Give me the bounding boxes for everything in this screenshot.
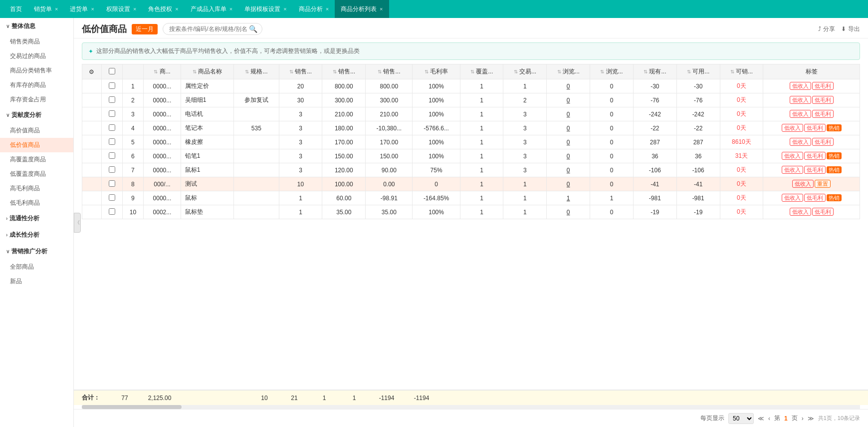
sidebar-group-growth[interactable]: › 成长性分析 — [0, 227, 73, 243]
sidebar-group-overall[interactable]: ∨ 整体信息 — [0, 18, 73, 34]
nav-analysis-list[interactable]: 商品分析列表 × — [335, 0, 389, 18]
sidebar-item-with-stock[interactable]: 有库存的商品 — [0, 78, 73, 92]
sales-qty-col-header[interactable]: ⇅ 销售... — [279, 64, 322, 79]
browse1-cell[interactable]: 0 — [547, 79, 590, 93]
sidebar-item-high-coverage[interactable]: 高覆盖度商品 — [0, 152, 73, 167]
browse1-cell[interactable]: 0 — [547, 93, 590, 107]
current-stock-col-header[interactable]: ⇅ 现有... — [633, 64, 676, 79]
row-checkbox[interactable] — [109, 96, 115, 103]
browse1-value[interactable]: 1 — [567, 195, 570, 202]
sidebar-item-high-value[interactable]: 高价值商品 — [0, 123, 73, 138]
sidebar-collapse-button[interactable]: 《 — [74, 213, 81, 233]
sidebar-item-category-rate[interactable]: 商品分类销售率 — [0, 63, 73, 78]
first-page-button[interactable]: ≪ — [758, 415, 764, 422]
close-icon[interactable]: × — [380, 6, 383, 12]
next-page-button[interactable]: › — [802, 415, 804, 422]
nav-purchase-order[interactable]: 进货单 × — [64, 0, 100, 18]
coverage-col-header[interactable]: ⇅ 覆盖... — [460, 64, 503, 79]
sales-amt-col-header[interactable]: ⇅ 销售... — [322, 64, 366, 79]
row-checkbox[interactable] — [109, 166, 115, 173]
close-icon[interactable]: × — [91, 6, 94, 12]
row-checkbox[interactable] — [109, 82, 115, 89]
export-button[interactable]: ⬇ 导出 — [841, 25, 860, 33]
sidebar-item-low-value[interactable]: 低价值商品 — [0, 138, 73, 152]
row-checkbox[interactable] — [109, 124, 115, 131]
sidebar-item-capital[interactable]: 库存资金占用 — [0, 92, 73, 107]
browse1-value[interactable]: 0 — [567, 97, 570, 104]
browse1-value[interactable]: 0 — [567, 181, 570, 188]
browse1-value[interactable]: 0 — [567, 153, 570, 160]
nav-home[interactable]: 首页 — [4, 0, 28, 18]
checkbox-cell[interactable] — [101, 79, 122, 93]
page-size-select[interactable]: 50 100 200 — [728, 413, 754, 424]
browse1-cell[interactable]: 0 — [547, 163, 590, 177]
sidebar-item-high-margin[interactable]: 高毛利商品 — [0, 181, 73, 196]
sidebar-item-new-products[interactable]: 新品 — [0, 274, 73, 289]
checkbox-cell[interactable] — [101, 93, 122, 107]
spec-col-header[interactable]: ⇅ 规格... — [234, 64, 279, 79]
sidebar-group-marketing[interactable]: ∨ 营销推广分析 — [0, 243, 73, 260]
sales-avg-col-header[interactable]: ⇅ 销售... — [366, 64, 413, 79]
nav-product-in[interactable]: 产成品入库单 × — [185, 0, 238, 18]
gross-rate-col-header[interactable]: ⇅ 毛利率 — [413, 64, 460, 79]
browse1-cell[interactable]: 0 — [547, 107, 590, 121]
search-input[interactable] — [163, 23, 262, 35]
horizontal-scrollbar[interactable] — [82, 405, 860, 409]
browse1-cell[interactable]: 0 — [547, 177, 590, 191]
search-icon[interactable]: 🔍 — [249, 25, 257, 33]
name-col-header[interactable]: ⇅ 商品名称 — [181, 64, 233, 79]
nav-permission[interactable]: 权限设置 × — [100, 0, 142, 18]
close-icon[interactable]: × — [175, 6, 178, 12]
select-all-checkbox[interactable] — [109, 68, 115, 74]
nav-sales-order[interactable]: 销货单 × — [28, 0, 64, 18]
settings-col-header[interactable]: ⚙ — [82, 64, 102, 79]
browse1-value[interactable]: 0 — [567, 167, 570, 174]
browse1-value[interactable]: 0 — [567, 209, 570, 216]
browse1-value[interactable]: 0 — [567, 139, 570, 146]
time-filter-button[interactable]: 近一月 — [132, 24, 158, 34]
checkbox-cell[interactable] — [101, 191, 122, 205]
checkbox-cell[interactable] — [101, 163, 122, 177]
browse1-value[interactable]: 0 — [567, 83, 570, 90]
sellable-col-header[interactable]: ⇅ 可销... — [720, 64, 763, 79]
row-checkbox[interactable] — [109, 138, 115, 145]
last-page-button[interactable]: ≫ — [808, 415, 814, 422]
sidebar-item-all-products[interactable]: 全部商品 — [0, 260, 73, 274]
trans-col-header[interactable]: ⇅ 交易... — [503, 64, 547, 79]
browse1-cell[interactable]: 0 — [547, 121, 590, 135]
browse1-col-header[interactable]: ⇅ 浏览... — [547, 64, 590, 79]
row-checkbox[interactable] — [109, 180, 115, 187]
code-col-header[interactable]: ⇅ 商... — [144, 64, 181, 79]
sidebar-item-sales-products[interactable]: 销售类商品 — [0, 34, 73, 49]
browse1-cell[interactable]: 1 — [547, 191, 590, 205]
nav-role[interactable]: 角色授权 × — [142, 0, 184, 18]
row-checkbox[interactable] — [109, 152, 115, 159]
checkbox-cell[interactable] — [101, 135, 122, 149]
sidebar-group-contribution[interactable]: ∨ 贡献度分析 — [0, 107, 73, 123]
checkbox-col-header[interactable] — [101, 64, 122, 79]
browse1-cell[interactable]: 0 — [547, 135, 590, 149]
checkbox-cell[interactable] — [101, 177, 122, 191]
available-col-header[interactable]: ⇅ 可用... — [676, 64, 720, 79]
scrollbar-thumb[interactable] — [82, 405, 182, 409]
close-icon[interactable]: × — [283, 6, 286, 12]
prev-page-button[interactable]: ‹ — [768, 415, 770, 422]
sidebar-item-low-coverage[interactable]: 低覆盖度商品 — [0, 167, 73, 181]
nav-template[interactable]: 单据模板设置 × — [238, 0, 292, 18]
browse2-col-header[interactable]: ⇅ 浏览... — [590, 64, 634, 79]
checkbox-cell[interactable] — [101, 107, 122, 121]
browse1-value[interactable]: 0 — [567, 125, 570, 132]
checkbox-cell[interactable] — [101, 149, 122, 163]
checkbox-cell[interactable] — [101, 121, 122, 135]
browse1-value[interactable]: 0 — [567, 111, 570, 118]
browse1-cell[interactable]: 0 — [547, 149, 590, 163]
close-icon[interactable]: × — [133, 6, 136, 12]
row-checkbox[interactable] — [109, 208, 115, 215]
share-button[interactable]: ⤴ 分享 — [818, 25, 835, 33]
sidebar-group-circulation[interactable]: › 流通性分析 — [0, 210, 73, 227]
close-icon[interactable]: × — [229, 6, 232, 12]
row-checkbox[interactable] — [109, 110, 115, 117]
close-icon[interactable]: × — [55, 6, 58, 12]
close-icon[interactable]: × — [326, 6, 329, 12]
nav-product-analysis[interactable]: 商品分析 × — [293, 0, 335, 18]
